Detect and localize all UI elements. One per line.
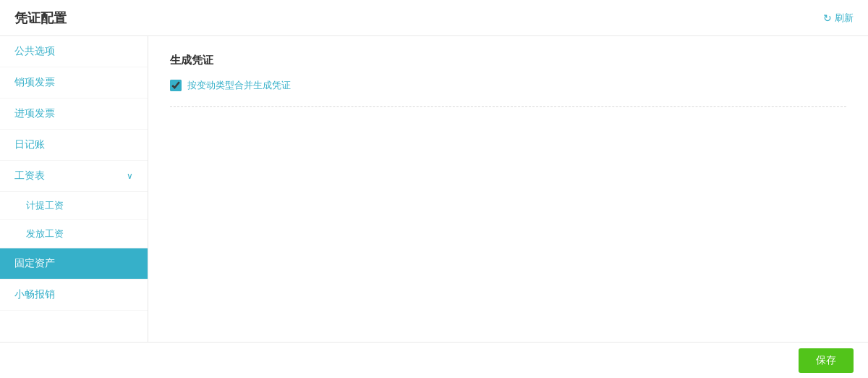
page-footer: 保存 [0,342,868,378]
section-title: 生成凭证 [170,54,846,67]
chevron-down-icon: ∨ [127,171,133,181]
merge-by-type-checkbox[interactable] [170,80,182,91]
sidebar-item-journal[interactable]: 日记账 [0,130,148,161]
sidebar-label: 发放工资 [26,228,64,239]
sidebar-item-public-options[interactable]: 公共选项 [0,36,148,67]
refresh-label: 刷新 [835,12,854,25]
sidebar-label: 固定资产 [14,257,55,270]
sidebar-item-purchase-invoice[interactable]: 进项发票 [0,98,148,130]
sidebar-item-payroll-issue[interactable]: 发放工资 [0,220,148,248]
main-layout: 公共选项 销项发票 进项发票 日记账 工资表 ∨ 计提工资 发放工资 固定资产 … [0,36,868,342]
sidebar-item-sales-invoice[interactable]: 销项发票 [0,67,148,98]
sidebar-label: 销项发票 [14,76,55,89]
merge-by-type-label[interactable]: 按变动类型合并生成凭证 [187,79,291,92]
page-title: 凭证配置 [14,9,67,27]
sidebar-label: 日记账 [14,138,45,151]
refresh-icon: ↻ [823,12,832,24]
sidebar: 公共选项 销项发票 进项发票 日记账 工资表 ∨ 计提工资 发放工资 固定资产 … [0,36,148,342]
page-header: 凭证配置 ↻ 刷新 [0,0,868,36]
checkbox-row: 按变动类型合并生成凭证 [170,79,846,92]
section-divider [170,106,846,107]
sidebar-item-payroll-accrual[interactable]: 计提工资 [0,192,148,220]
content-area: 生成凭证 按变动类型合并生成凭证 [148,36,868,342]
sidebar-label: 进项发票 [14,107,55,120]
sidebar-item-payroll[interactable]: 工资表 ∨ [0,161,148,192]
sidebar-item-fixed-assets[interactable]: 固定资产 [0,248,148,280]
sidebar-label: 计提工资 [26,200,64,211]
sidebar-label: 小畅报销 [14,288,55,301]
sidebar-label: 工资表 [14,169,45,182]
sidebar-item-expense-claim[interactable]: 小畅报销 [0,280,148,311]
save-button[interactable]: 保存 [799,348,854,373]
refresh-button[interactable]: ↻ 刷新 [823,12,854,25]
sidebar-label: 公共选项 [14,45,55,58]
